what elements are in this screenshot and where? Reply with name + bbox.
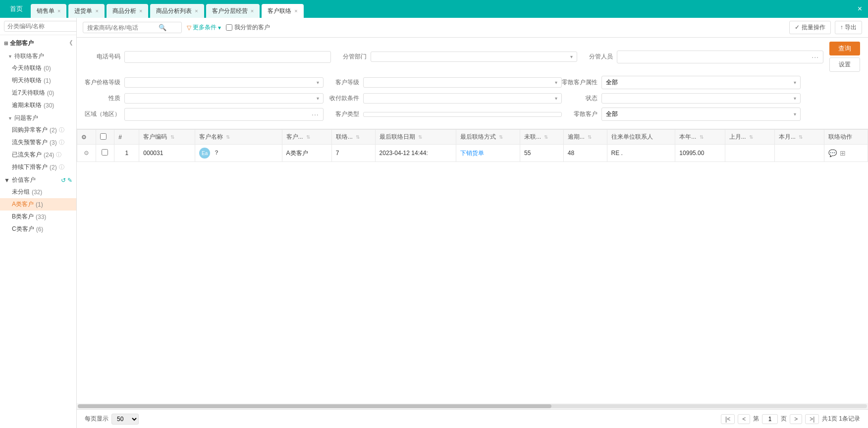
next-page-button[interactable]: >	[790, 414, 802, 424]
problem-customer-group[interactable]: ▼ 问题客户	[0, 111, 76, 124]
qr-icon[interactable]: ⊞	[840, 149, 846, 157]
sidebar-item-7day-pending[interactable]: 近7天待联络 (0)	[0, 87, 76, 99]
filter-search-icon[interactable]: 🔍	[159, 24, 166, 31]
sidebar-item-unclassified[interactable]: 未分组 (32)	[0, 186, 76, 198]
table-header-row: ⚙ # 客户编码 ⇅ 客户名称	[77, 130, 868, 145]
info-icon-loss: ⓘ	[59, 139, 64, 146]
class-a-count: (1)	[36, 201, 43, 208]
lost-count: (24)	[44, 152, 54, 159]
row-last-method-cell[interactable]: 下销货单	[456, 145, 520, 162]
nav-tab-close-0[interactable]: ×	[57, 8, 60, 14]
col-no-contact-header[interactable]: 未联... ⇅	[520, 130, 564, 145]
status-select[interactable]: ▾	[601, 93, 801, 104]
price-level-select[interactable]: ▾	[124, 77, 324, 88]
sidebar-item-tomorrow-pending[interactable]: 明天待联络 (1)	[0, 74, 76, 87]
home-tab[interactable]: 首页	[4, 0, 29, 18]
pending-contact-group[interactable]: ▼ 待联络客户	[0, 50, 76, 62]
col-overdue-header[interactable]: 逾期... ⇅	[563, 130, 607, 145]
col-code-header[interactable]: 客户编码 ⇅	[139, 130, 195, 145]
col-last-date-header[interactable]: 最后联络日期 ⇅	[375, 130, 456, 145]
horizontal-scrollbar[interactable]	[77, 403, 868, 409]
more-conditions-btn[interactable]: ▽ 更多条件 ▾	[187, 23, 221, 32]
col-last-month-header[interactable]: 上月... ⇅	[725, 130, 774, 145]
page-size-select[interactable]: 50 100	[111, 414, 139, 425]
dept-select[interactable]: ▾	[371, 52, 577, 62]
nav-tab-close-3[interactable]: ×	[195, 8, 198, 14]
col-name-header[interactable]: 客户名称 ⇅	[195, 130, 282, 145]
query-button[interactable]: 查询	[829, 42, 860, 55]
manager-select[interactable]: ···	[617, 51, 823, 63]
data-table: ⚙ # 客户编码 ⇅ 客户名称	[77, 129, 868, 162]
nature-select[interactable]: ▾	[124, 93, 324, 104]
customer-type-select[interactable]	[363, 112, 562, 117]
last-page-button[interactable]: >|	[805, 414, 819, 424]
sidebar-item-class-c[interactable]: C类客户 (6)	[0, 223, 76, 235]
export-button[interactable]: ↑ 导出	[835, 21, 862, 34]
class-b-label: B类客户	[12, 213, 34, 221]
value-arrow-icon: ▼	[4, 177, 10, 184]
row-gear-icon[interactable]: ⚙	[84, 150, 89, 157]
close-all-tabs-icon[interactable]: ×	[858, 4, 862, 13]
phone-input[interactable]	[124, 51, 331, 63]
chat-icon[interactable]: 💬	[828, 149, 837, 157]
batch-operation-button[interactable]: ✓ 批量操作	[789, 21, 830, 34]
value-customer-group[interactable]: ▼ 价值客户 ↺ ✎	[0, 173, 76, 186]
settings-button[interactable]: 设置	[829, 57, 860, 72]
nav-tab-1[interactable]: 进货单 ×	[68, 4, 104, 18]
nav-tab-close-5[interactable]: ×	[294, 8, 297, 14]
col-class-header[interactable]: 客户... ⇅	[282, 130, 331, 145]
col-this-month-header[interactable]: 本月... ⇅	[774, 130, 824, 145]
nav-tab-0[interactable]: 销售单 ×	[31, 4, 66, 18]
refresh-icon[interactable]: ↺	[61, 177, 66, 184]
col-checkbox-header[interactable]	[96, 130, 114, 145]
col-gear-header[interactable]: ⚙	[77, 130, 96, 145]
payment-label: 收付款条件	[324, 94, 363, 103]
nav-tab-close-1[interactable]: ×	[95, 8, 98, 14]
sidebar-item-class-a[interactable]: A类客户 (1)	[0, 198, 76, 211]
col-last-method-header[interactable]: 最后联络方式 ⇅	[456, 130, 520, 145]
my-customers-checkbox[interactable]	[226, 24, 232, 31]
value-customer-label: 价值客户	[12, 176, 36, 184]
col-contact-header[interactable]: 联络... ⇅	[331, 130, 375, 145]
row-gear-cell[interactable]: ⚙	[77, 145, 96, 162]
region-select[interactable]: ···	[124, 108, 324, 121]
gear-icon[interactable]: ⚙	[81, 134, 87, 141]
loss-warning-label: 流失预警客户	[12, 138, 48, 147]
retail-select[interactable]: 全部 ▾	[601, 107, 801, 121]
nav-tab-3[interactable]: 商品分析列表 ×	[150, 4, 204, 18]
declining-label: 持续下滑客户	[12, 163, 48, 171]
sidebar-item-overdue-pending[interactable]: 逾期未联络 (30)	[0, 99, 76, 111]
select-all-checkbox[interactable]	[100, 133, 107, 140]
customer-level-select[interactable]: ▾	[363, 77, 562, 88]
filter-search-input[interactable]	[87, 24, 157, 31]
collapse-sidebar-icon[interactable]: 《	[66, 39, 72, 48]
sidebar-item-repurchase-abnormal[interactable]: 回购异常客户 (2) ⓘ	[0, 124, 76, 136]
row-checkbox[interactable]	[102, 149, 108, 156]
sidebar-item-lost[interactable]: 已流失客户 (24) ⓘ	[0, 149, 76, 161]
scroll-thumb[interactable]	[78, 404, 551, 408]
edit-icon[interactable]: ✎	[67, 177, 72, 184]
nav-tab-5[interactable]: 客户联络 ×	[262, 4, 303, 18]
col-name-sort-icon: ⇅	[226, 134, 230, 140]
my-customers-label: 我分管的客户	[234, 23, 270, 32]
nav-tab-label-4: 客户分层经营	[212, 7, 248, 15]
row-checkbox-cell[interactable]	[96, 145, 114, 162]
payment-select[interactable]: ▾	[363, 93, 562, 104]
nav-tab-close-4[interactable]: ×	[251, 8, 254, 14]
sidebar-item-declining[interactable]: 持续下滑客户 (2) ⓘ	[0, 161, 76, 173]
prev-page-button[interactable]: <	[738, 414, 750, 424]
retail-attr-select[interactable]: 全部 ▾	[601, 76, 801, 89]
all-customers-header[interactable]: ⊞ 全部客户 《	[0, 37, 76, 50]
nav-tab-close-2[interactable]: ×	[139, 8, 142, 14]
sidebar-item-today-pending[interactable]: 今天待联络 (0)	[0, 62, 76, 74]
col-year-header[interactable]: 本年... ⇅	[675, 130, 725, 145]
my-customers-checkbox-area[interactable]: 我分管的客户	[226, 23, 270, 32]
page-number-input[interactable]	[762, 414, 778, 424]
sidebar-search-input[interactable]	[4, 21, 77, 32]
nav-tab-2[interactable]: 商品分析 ×	[107, 4, 148, 18]
action-buttons: 查询 设置	[823, 42, 860, 72]
first-page-button[interactable]: |<	[721, 414, 735, 424]
sidebar-item-class-b[interactable]: B类客户 (33)	[0, 211, 76, 223]
sidebar-item-loss-warning[interactable]: 流失预警客户 (3) ⓘ	[0, 136, 76, 149]
nav-tab-4[interactable]: 客户分层经营 ×	[206, 4, 260, 18]
